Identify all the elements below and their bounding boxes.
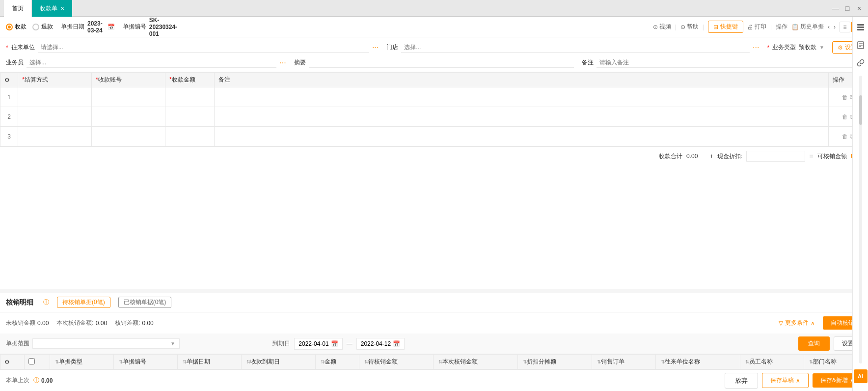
sort-icon: ⇅ xyxy=(523,359,527,364)
sort-icon: ⇅ xyxy=(364,359,368,364)
results-col-doc_date-header: ⇅单据日期 xyxy=(178,355,242,369)
delete-icon[interactable]: 🗑 xyxy=(842,133,848,140)
amount-cell[interactable] xyxy=(165,127,215,146)
minimize-button[interactable]: — xyxy=(831,3,841,13)
radio-refund-circle xyxy=(32,24,39,30)
maximize-button[interactable]: □ xyxy=(842,3,852,13)
staff-more-btn[interactable]: ··· xyxy=(279,58,286,67)
settlement-cell[interactable] xyxy=(18,127,92,146)
amount-cell[interactable] xyxy=(165,107,215,127)
account-cell[interactable] xyxy=(92,87,165,107)
calendar-icon[interactable]: 📅 xyxy=(108,24,115,30)
customer-label: 往来单位 xyxy=(11,43,35,52)
sort-icon: ⇅ xyxy=(661,359,665,364)
remark-cell[interactable] xyxy=(215,107,829,127)
number-value: SK-20230324-001 xyxy=(149,17,177,37)
sort-icon: ⇅ xyxy=(246,359,250,364)
history-label: 历史单据 xyxy=(800,23,824,31)
tab-close-icon[interactable]: × xyxy=(60,0,64,17)
operate-btn[interactable]: 操作 xyxy=(776,23,787,31)
verification-info-icon[interactable]: ⓘ xyxy=(43,298,49,307)
discard-btn[interactable]: 放弃 xyxy=(725,373,758,389)
business-value: 预收款 xyxy=(799,43,816,52)
help-btn[interactable]: ⊙ 帮助 xyxy=(680,23,699,31)
sort-icon: ⇅ xyxy=(597,359,601,364)
account-cell[interactable] xyxy=(92,107,165,127)
note-input[interactable] xyxy=(597,57,862,68)
sep1: | xyxy=(675,24,677,30)
settlement-cell[interactable] xyxy=(18,107,92,127)
sidebar-link-icon[interactable] xyxy=(854,56,868,70)
discount-input[interactable] xyxy=(746,151,805,162)
svg-rect-2 xyxy=(857,29,864,30)
calendar-to-icon: 📅 xyxy=(393,340,400,347)
store-input[interactable] xyxy=(401,42,750,53)
delete-icon[interactable]: 🗑 xyxy=(842,94,848,101)
total-value: 0.00 xyxy=(686,153,706,160)
range-select[interactable]: ▼ xyxy=(32,338,180,349)
customer-input[interactable] xyxy=(38,42,369,53)
form-row-1: * 往来单位 ··· 门店 ··· * 业务类型 预收款 ▼ ⚙ 设置 xyxy=(6,41,862,54)
business-chevron-icon[interactable]: ▼ xyxy=(819,45,824,50)
close-button[interactable]: × xyxy=(854,3,864,13)
results-col-sales_order-header: ⇅销售订单 xyxy=(592,355,655,369)
footer-info-icon[interactable]: ⓘ xyxy=(33,376,39,385)
select-all-checkbox[interactable] xyxy=(28,358,35,364)
history-btn[interactable]: 📋 历史单据 xyxy=(791,23,824,31)
shortcut-btn[interactable]: ⊟ 快捷键 xyxy=(708,21,743,33)
filter-icon: ▽ xyxy=(779,320,783,327)
tab-home[interactable]: 首页 xyxy=(4,0,32,17)
remark-cell[interactable] xyxy=(215,87,829,107)
more-conditions-btn[interactable]: ▽ 更多条件 ∧ xyxy=(779,319,815,327)
account-cell[interactable] xyxy=(92,127,165,146)
results-table-wrap: ⚙⇅单据类型⇅单据编号⇅单据日期⇅收款到期日⇅金额⇅待核销金额⇅本次核销金额⇅折… xyxy=(0,354,868,369)
next-btn[interactable]: › xyxy=(834,24,836,30)
svg-rect-1 xyxy=(857,27,864,28)
verification-header: 核销明细 ⓘ 待核销单据(0笔) 已核销单据(0笔) xyxy=(0,293,868,312)
delete-icon[interactable]: 🗑 xyxy=(842,113,848,120)
window-buttons: — □ × xyxy=(831,3,864,13)
staff-input[interactable] xyxy=(27,57,276,68)
footer-value: 0.00 xyxy=(41,377,53,384)
summary-row: 收款合计 0.00 + 现金折扣: = 可核销金额 0.00 xyxy=(0,146,868,166)
customer-more-btn[interactable]: ··· xyxy=(372,43,379,52)
search-btn[interactable]: 查询 xyxy=(798,336,830,351)
prev-btn[interactable]: ‹ xyxy=(828,24,830,30)
remark-cell[interactable] xyxy=(215,127,829,146)
store-field: 门店 ··· xyxy=(386,42,759,53)
equals-sign: = xyxy=(809,152,813,160)
results-col-settings-header[interactable]: ⚙ xyxy=(0,355,25,369)
shortcut-label: 快捷键 xyxy=(720,23,738,31)
list-view-icon[interactable]: ≡ xyxy=(840,22,850,32)
results-col-checkbox-header[interactable] xyxy=(24,355,50,369)
video-icon: ⊙ xyxy=(653,24,658,30)
pending-btn[interactable]: 待核销单据(0笔) xyxy=(57,297,110,308)
print-label: 打印 xyxy=(755,23,766,31)
summary-field: 摘要 xyxy=(294,57,574,68)
date-from-input[interactable]: 2022-04-01 📅 xyxy=(294,338,342,350)
store-more-btn[interactable]: ··· xyxy=(753,43,759,52)
col-settings-header[interactable]: ⚙ xyxy=(0,73,18,87)
sidebar-ai-icon[interactable]: Ai xyxy=(854,369,868,383)
video-btn[interactable]: ⊙ 视频 xyxy=(653,23,671,31)
date-label: 单据日期 xyxy=(61,23,84,31)
radio-refund[interactable]: 退款 xyxy=(32,23,53,31)
print-btn[interactable]: 🖨 打印 xyxy=(747,23,766,31)
summary-input[interactable] xyxy=(309,57,574,68)
total-label: 收款合计 xyxy=(659,152,682,161)
print-icon: 🖨 xyxy=(747,24,753,30)
verified-btn[interactable]: 已核销单据(0笔) xyxy=(118,297,172,308)
date-separator: — xyxy=(347,340,353,347)
radio-receipt[interactable]: 收款 xyxy=(6,23,27,31)
settlement-cell[interactable] xyxy=(18,87,92,107)
date-value: 2023-03-24 xyxy=(87,20,103,34)
save-draft-btn[interactable]: 保存草稿 ∧ xyxy=(762,373,809,388)
amount-cell[interactable] xyxy=(165,87,215,107)
sidebar-table-icon[interactable] xyxy=(854,21,868,34)
date-to-input[interactable]: 2022-04-12 📅 xyxy=(356,338,405,350)
tab-receipt[interactable]: 收款单 × xyxy=(32,0,72,17)
row-num: 1 xyxy=(0,87,18,107)
sidebar-doc-icon[interactable] xyxy=(854,38,868,52)
due-date-label: 到期日 xyxy=(272,339,290,348)
verification-title: 核销明细 xyxy=(6,298,33,307)
